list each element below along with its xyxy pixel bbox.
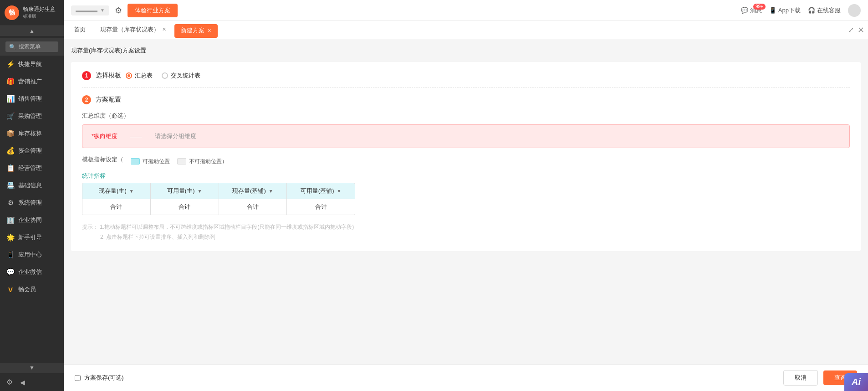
tab-inventory[interactable]: 现存量（库存状况表） ✕: [94, 21, 173, 39]
content-area: 现存量(库存状况表)方案设置 1 选择模板 汇总表 交叉统计表: [64, 39, 868, 364]
wechat-icon: 💬: [6, 268, 15, 276]
finance-icon: 💰: [6, 147, 15, 155]
sidebar-item-sales[interactable]: 📊 销售管理: [0, 90, 64, 108]
sidebar-item-new-guide[interactable]: 🌟 新手引导: [0, 229, 64, 246]
non-draggable-legend-item: 不可拖动位置）: [177, 158, 227, 165]
new-guide-icon: 🌟: [6, 233, 15, 242]
indicator-section: 模板指标设定（ 可拖动位置 不可拖动位置） 统计指标: [82, 155, 850, 242]
tips-tip2: 2. 点击标题栏下拉可设置排序、插入列和删除列: [100, 234, 215, 240]
col-2-chevron-icon[interactable]: ▼: [269, 189, 273, 194]
tabbar: 首页 现存量（库存状况表） ✕ 新建方案 ✕ ⤢ ✕: [64, 21, 868, 39]
draggable-legend-item: 可拖动位置: [131, 158, 170, 165]
app-center-icon: 📱: [6, 251, 15, 259]
sidebar-item-app-center[interactable]: 📱 应用中心: [0, 246, 64, 263]
sidebar-scroll-up[interactable]: ▲: [0, 26, 64, 36]
message-icon: 💬: [741, 7, 748, 14]
dim-dash: ——: [130, 133, 142, 140]
quick-nav-icon: ⚡: [6, 60, 15, 68]
step2-number: 2: [82, 95, 91, 104]
tab-inventory-label: 现存量（库存状况表）: [100, 26, 159, 34]
topbar-settings-icon[interactable]: ⚙: [113, 4, 124, 17]
tab-home[interactable]: 首页: [67, 21, 92, 39]
tab-new-plan[interactable]: 新建方案 ✕: [174, 24, 218, 38]
topbar-avatar[interactable]: [848, 4, 861, 17]
save-checkbox-label: 方案保存(可选): [84, 374, 124, 382]
sidebar-item-quick-nav[interactable]: ⚡ 快捷导航: [0, 56, 64, 73]
page-title: 现存量(库存状况表)方案设置: [71, 46, 861, 55]
search-icon: 🔍: [9, 44, 16, 50]
col-3-chevron-icon[interactable]: ▼: [337, 189, 342, 194]
marketing-icon: 🎁: [6, 77, 15, 86]
sidebar-item-enterprise[interactable]: 🏢 企业协同: [0, 211, 64, 229]
stat-col-0-header: 现存量(主) ▼: [82, 183, 150, 199]
stat-col-0-body: 合计: [82, 199, 150, 215]
sidebar-item-vip[interactable]: V 畅会员: [0, 281, 64, 298]
stat-table: 现存量(主) ▼ 合计 可用量(主) ▼ 合计: [82, 183, 355, 215]
main-area: ▬▬▬▬ ▼ ⚙ 体验行业方案 💬 消息 99+ 📱 App下载 🎧 在线客服: [64, 0, 868, 391]
save-checkbox[interactable]: 方案保存(可选): [75, 374, 124, 382]
app-download-icon: 📱: [769, 7, 776, 14]
sidebar-item-operations[interactable]: 📋 经营管理: [0, 159, 64, 177]
sidebar-toggle-icon[interactable]: ◀: [20, 379, 25, 386]
sidebar-item-basic-info[interactable]: 📇 基础信息: [0, 177, 64, 194]
headset-icon: 🎧: [808, 7, 815, 14]
save-checkbox-input[interactable]: [75, 375, 81, 381]
step1-header: 1 选择模板 汇总表 交叉统计表: [82, 71, 850, 80]
system-icon: ⚙: [6, 199, 15, 207]
step2-header: 2 方案配置: [82, 95, 850, 104]
sidebar-scroll-down[interactable]: ▼: [0, 363, 64, 373]
sidebar-logo: 畅 畅康通好生意 标准版: [0, 0, 64, 26]
sidebar-item-inventory[interactable]: 📦 库存核算: [0, 125, 64, 142]
topbar-left: ▬▬▬▬ ▼ ⚙ 体验行业方案: [71, 4, 735, 17]
tab-inventory-close[interactable]: ✕: [162, 26, 166, 32]
tips-label: 提示：: [82, 224, 98, 230]
stat-table-header-row: 现存量(主) ▼ 合计 可用量(主) ▼ 合计: [82, 183, 355, 215]
tab-new-plan-label: 新建方案: [181, 26, 204, 35]
step2-title: 方案配置: [96, 96, 121, 104]
sidebar-item-search[interactable]: 🔍 搜索菜单: [0, 38, 64, 56]
col-1-chevron-icon[interactable]: ▼: [198, 189, 202, 194]
topbar-online-service[interactable]: 🎧 在线客服: [808, 6, 841, 15]
topbar-user-area[interactable]: ▬▬▬▬ ▼: [71, 5, 109, 15]
inventory-icon: 📦: [6, 129, 15, 138]
vip-icon: V: [6, 285, 15, 293]
stat-col-2-header: 现存量(基辅) ▼: [219, 183, 287, 199]
col-0-chevron-icon[interactable]: ▼: [129, 189, 134, 194]
radio-summary[interactable]: 汇总表: [126, 72, 153, 80]
tab-home-label: 首页: [74, 26, 86, 34]
trial-btn[interactable]: 体验行业方案: [128, 4, 178, 17]
topbar-messages[interactable]: 💬 消息 99+: [741, 6, 762, 15]
stat-col-1: 可用量(主) ▼ 合计: [151, 183, 219, 215]
dimension-label: 汇总维度（必选）: [82, 112, 850, 120]
sidebar-item-system[interactable]: ⚙ 系统管理: [0, 194, 64, 211]
sidebar-item-wechat[interactable]: 💬 企业微信: [0, 263, 64, 281]
tab-new-plan-close[interactable]: ✕: [207, 28, 211, 34]
non-draggable-legend-box: [177, 158, 186, 165]
tabbar-expand-icon[interactable]: ⤢: [848, 26, 854, 34]
basic-info-icon: 📇: [6, 181, 15, 190]
app-logo-icon: 畅: [5, 5, 19, 20]
topbar: ▬▬▬▬ ▼ ⚙ 体验行业方案 💬 消息 99+ 📱 App下载 🎧 在线客服: [64, 0, 868, 21]
topbar-app-download[interactable]: 📱 App下载: [769, 6, 801, 15]
app-name-text: 畅康通好生意 标准版: [23, 6, 56, 20]
dim-placeholder[interactable]: 请选择分组维度: [155, 132, 196, 140]
ai-badge[interactable]: Ai: [844, 373, 868, 391]
topbar-chevron-icon: ▼: [100, 8, 105, 13]
sidebar: 畅 畅康通好生意 标准版 ▲ 🔍 搜索菜单 ⚡ 快捷导航 🎁 营销推广 📊 销售…: [0, 0, 64, 391]
dimension-box: *纵向维度 —— 请选择分组维度: [82, 124, 850, 148]
footer-bar: 方案保存(可选) 取消 查询: [64, 364, 868, 391]
enterprise-icon: 🏢: [6, 216, 15, 224]
sidebar-item-purchase[interactable]: 🛒 采购管理: [0, 108, 64, 125]
sidebar-settings-icon[interactable]: ⚙: [6, 378, 13, 386]
operations-icon: 📋: [6, 164, 15, 172]
radio-cross[interactable]: 交叉统计表: [162, 72, 200, 80]
tabbar-close-icon[interactable]: ✕: [858, 25, 864, 35]
sidebar-item-finance[interactable]: 💰 资金管理: [0, 142, 64, 159]
search-box[interactable]: 🔍 搜索菜单: [5, 41, 58, 52]
sidebar-item-marketing[interactable]: 🎁 营销推广: [0, 73, 64, 90]
stat-col-2: 现存量(基辅) ▼ 合计: [219, 183, 287, 215]
cancel-button[interactable]: 取消: [783, 370, 818, 386]
stat-col-1-header: 可用量(主) ▼: [151, 183, 219, 199]
sidebar-nav: 🔍 搜索菜单 ⚡ 快捷导航 🎁 营销推广 📊 销售管理 🛒 采购管理 📦 库存核…: [0, 36, 64, 363]
radio-cross-circle: [162, 72, 168, 79]
